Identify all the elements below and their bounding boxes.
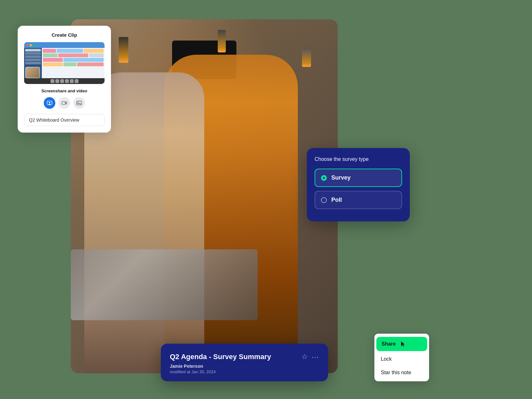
create-clip-card: Create Clip bbox=[18, 26, 111, 133]
survey-option-survey-label: Survey bbox=[331, 174, 351, 181]
svg-rect-2 bbox=[62, 102, 66, 105]
more-options-icon[interactable]: ··· bbox=[312, 353, 319, 361]
context-menu-item-share[interactable]: Share bbox=[376, 337, 427, 351]
cursor-icon bbox=[400, 341, 406, 347]
lamp-1 bbox=[119, 37, 128, 63]
note-title: Q2 Agenda - Survey Summary bbox=[170, 353, 271, 361]
svg-point-4 bbox=[78, 102, 79, 103]
note-author: Jamie Peterson bbox=[170, 364, 319, 369]
survey-option-poll[interactable]: Poll bbox=[315, 191, 402, 209]
survey-option-poll-label: Poll bbox=[331, 197, 342, 203]
svg-point-1 bbox=[49, 102, 50, 104]
star-note-label: Star this note bbox=[381, 370, 411, 376]
context-menu-item-lock[interactable]: Lock bbox=[374, 352, 429, 366]
svg-marker-5 bbox=[401, 341, 405, 347]
lamp-2 bbox=[218, 30, 226, 52]
screenshare-label: Screenshare and video bbox=[24, 88, 105, 93]
radio-survey bbox=[321, 175, 327, 181]
video-button[interactable] bbox=[59, 97, 70, 109]
lock-label: Lock bbox=[381, 356, 392, 362]
context-menu-item-star-note[interactable]: Star this note bbox=[374, 366, 429, 379]
mac-dot-red bbox=[26, 44, 28, 46]
note-card: Q2 Agenda - Survey Summary ☆ ··· Jamie P… bbox=[161, 344, 328, 381]
mac-dot-green bbox=[33, 44, 35, 46]
survey-option-survey[interactable]: Survey bbox=[315, 169, 402, 187]
create-clip-title: Create Clip bbox=[24, 32, 105, 38]
survey-card-title: Choose the survey type bbox=[315, 156, 402, 162]
context-menu: Share Lock Star this note bbox=[374, 334, 429, 381]
mac-dot-yellow bbox=[30, 44, 32, 46]
dock-bar bbox=[24, 78, 105, 84]
lamp-3 bbox=[302, 48, 311, 67]
clip-preview-thumbnail bbox=[24, 42, 105, 84]
note-date: modified at Jan 30, 2024 bbox=[170, 369, 319, 374]
screen-share-button[interactable] bbox=[44, 97, 55, 109]
survey-card: Choose the survey type Survey Poll bbox=[307, 148, 410, 221]
star-icon[interactable]: ☆ bbox=[301, 353, 308, 361]
clip-name-input[interactable] bbox=[24, 114, 105, 126]
laptop bbox=[71, 249, 258, 320]
radio-poll bbox=[321, 197, 327, 203]
share-label: Share bbox=[381, 341, 396, 347]
icon-buttons-row bbox=[24, 97, 105, 109]
clip-photo-thumbnail bbox=[25, 67, 40, 78]
image-button[interactable] bbox=[73, 97, 85, 109]
